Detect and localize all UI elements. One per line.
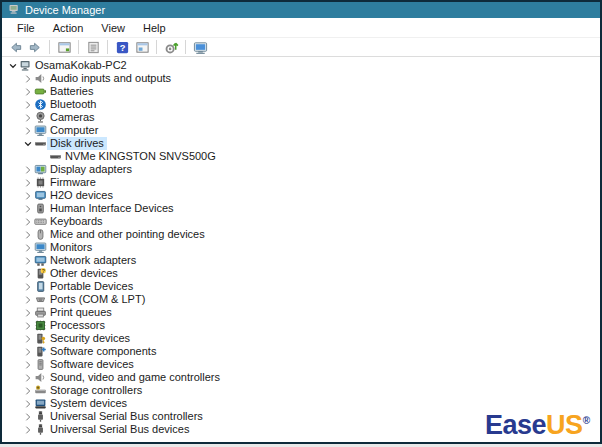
- tree-item-label[interactable]: Universal Serial Bus controllers: [47, 410, 206, 423]
- tree-item-label[interactable]: Software devices: [47, 358, 137, 371]
- tree-item-label[interactable]: Software components: [47, 345, 159, 358]
- menu-action[interactable]: Action: [44, 20, 93, 36]
- window-title: Device Manager: [25, 2, 105, 18]
- mouse-icon: [34, 228, 47, 241]
- toolbar-separator: [78, 40, 79, 54]
- tree-item-label[interactable]: Computer: [47, 124, 101, 137]
- expand-chevron-icon[interactable]: [21, 345, 34, 358]
- expand-chevron-icon[interactable]: [21, 98, 34, 111]
- toolbar-separator: [49, 40, 50, 54]
- expand-chevron-icon[interactable]: [21, 228, 34, 241]
- tree-item-label[interactable]: Security devices: [47, 332, 133, 345]
- expand-chevron-icon[interactable]: [21, 384, 34, 397]
- expand-chevron-icon[interactable]: [21, 371, 34, 384]
- expand-chevron-icon[interactable]: [21, 410, 34, 423]
- tree-row: Sound, video and game controllers: [2, 371, 600, 384]
- expand-chevron-icon[interactable]: [21, 124, 34, 137]
- collapse-chevron-icon[interactable]: [6, 59, 19, 72]
- tree-item-label[interactable]: Firmware: [47, 176, 99, 189]
- expand-chevron-icon[interactable]: [21, 241, 34, 254]
- tree-row: Network adapters: [2, 254, 600, 267]
- menu-view[interactable]: View: [92, 20, 134, 36]
- registered-trademark-symbol: ®: [583, 415, 590, 426]
- port-icon: [34, 293, 47, 306]
- tree-item-label[interactable]: System devices: [47, 397, 130, 410]
- tree-item-label[interactable]: Processors: [47, 319, 108, 332]
- remote-computer-icon[interactable]: [191, 39, 209, 55]
- software-device-icon: [34, 358, 47, 371]
- tree-item-label[interactable]: Bluetooth: [47, 98, 99, 111]
- tree-item-label[interactable]: Human Interface Devices: [47, 202, 177, 215]
- expand-chevron-icon[interactable]: [21, 111, 34, 124]
- expand-chevron-icon[interactable]: [21, 293, 34, 306]
- scan-hardware-changes-icon[interactable]: [162, 39, 180, 55]
- expand-chevron-icon[interactable]: [21, 176, 34, 189]
- tree-item-label[interactable]: Batteries: [47, 85, 96, 98]
- disk-icon: [49, 150, 62, 163]
- standard-window-icon[interactable]: [133, 39, 151, 55]
- battery-icon: [34, 85, 47, 98]
- tree-item-label[interactable]: Portable Devices: [47, 280, 136, 293]
- expand-chevron-icon[interactable]: [21, 202, 34, 215]
- expand-chevron-icon[interactable]: [21, 423, 34, 436]
- tree-item-label[interactable]: NVMe KINGSTON SNVS500G: [62, 150, 219, 163]
- tree-row: Cameras: [2, 111, 600, 124]
- display-adapter-icon: [34, 163, 47, 176]
- properties-icon[interactable]: [84, 39, 102, 55]
- tree-item-label[interactable]: Sound, video and game controllers: [47, 371, 223, 384]
- tree-item-label[interactable]: Print queues: [47, 306, 115, 319]
- expand-chevron-icon[interactable]: [21, 215, 34, 228]
- back-icon[interactable]: [6, 39, 24, 55]
- expand-chevron-icon[interactable]: [21, 72, 34, 85]
- toolbar-separator: [107, 40, 108, 54]
- tree-row: Monitors: [2, 241, 600, 254]
- tree-item-label[interactable]: Cameras: [47, 111, 98, 124]
- svg-text:?: ?: [119, 43, 125, 53]
- tree-row: Mice and other pointing devices: [2, 228, 600, 241]
- show-console-tree-icon[interactable]: [55, 39, 73, 55]
- title-bar[interactable]: Device Manager: [2, 2, 600, 18]
- h2o-device-icon: [34, 189, 47, 202]
- menu-help[interactable]: Help: [134, 20, 175, 36]
- keyboard-icon: [34, 215, 47, 228]
- tree-item-label[interactable]: H2O devices: [47, 189, 116, 202]
- usb-icon: [34, 410, 47, 423]
- storage-controller-icon: [34, 384, 47, 397]
- expand-chevron-icon[interactable]: [21, 332, 34, 345]
- tree-row: Display adapters: [2, 163, 600, 176]
- tree-item-label[interactable]: Mice and other pointing devices: [47, 228, 208, 241]
- printer-icon: [34, 306, 47, 319]
- expand-chevron-icon[interactable]: [21, 358, 34, 371]
- toolbar: ?: [2, 38, 600, 57]
- monitor-icon: [34, 124, 47, 137]
- tree-item-label[interactable]: Audio inputs and outputs: [47, 72, 174, 85]
- tree-item-label[interactable]: Ports (COM & LPT): [47, 293, 148, 306]
- tree-item-label[interactable]: Disk drives: [47, 137, 107, 150]
- help-icon[interactable]: ?: [113, 39, 131, 55]
- toolbar-separator: [185, 40, 186, 54]
- tree-item-label[interactable]: OsamaKokab-PC2: [32, 59, 130, 72]
- tree-item-label[interactable]: Other devices: [47, 267, 121, 280]
- expand-chevron-icon[interactable]: [21, 85, 34, 98]
- expand-chevron-icon[interactable]: [21, 189, 34, 202]
- tree-row: Ports (COM & LPT): [2, 293, 600, 306]
- expand-chevron-icon[interactable]: [21, 397, 34, 410]
- menu-file[interactable]: File: [8, 20, 44, 36]
- forward-icon[interactable]: [26, 39, 44, 55]
- expand-chevron-icon[interactable]: [21, 319, 34, 332]
- tree-row: Bluetooth: [2, 98, 600, 111]
- collapse-chevron-icon[interactable]: [21, 137, 34, 150]
- workstation-icon: [19, 59, 32, 72]
- tree-item-label[interactable]: Keyboards: [47, 215, 106, 228]
- tree-item-label[interactable]: Display adapters: [47, 163, 135, 176]
- expand-chevron-icon[interactable]: [21, 280, 34, 293]
- tree-item-label[interactable]: Network adapters: [47, 254, 139, 267]
- expand-chevron-icon[interactable]: [21, 267, 34, 280]
- tree-item-label[interactable]: Monitors: [47, 241, 95, 254]
- tree-row: Security devices: [2, 332, 600, 345]
- tree-item-label[interactable]: Storage controllers: [47, 384, 145, 397]
- tree-item-label[interactable]: Universal Serial Bus devices: [47, 423, 192, 436]
- expand-chevron-icon[interactable]: [21, 254, 34, 267]
- expand-chevron-icon[interactable]: [21, 306, 34, 319]
- expand-chevron-icon[interactable]: [21, 163, 34, 176]
